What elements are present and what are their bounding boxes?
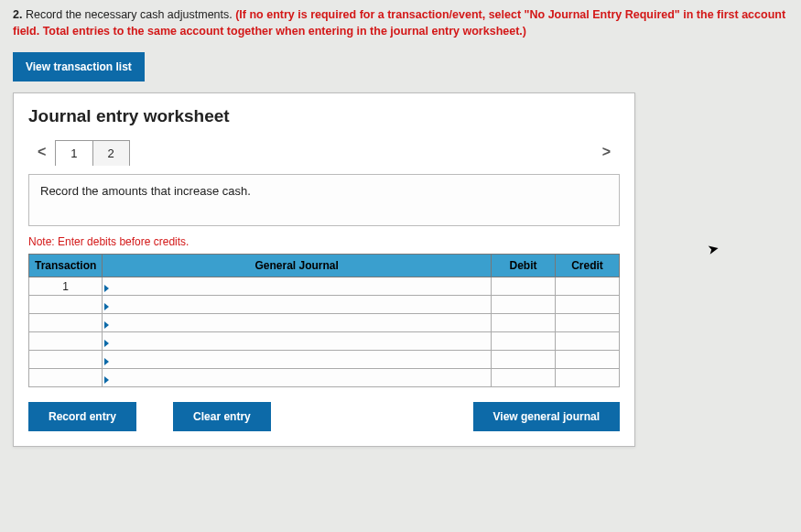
view-transaction-list-button[interactable]: View transaction list (13, 52, 145, 81)
table-row (29, 296, 620, 314)
credit-cell[interactable] (556, 351, 620, 369)
action-button-row: Record entry Clear entry View general jo… (28, 402, 620, 431)
table-row (29, 369, 620, 387)
account-cell[interactable] (103, 296, 492, 314)
debit-cell[interactable] (492, 332, 556, 351)
dropdown-handle-icon (104, 285, 109, 292)
journal-entry-worksheet-panel: Journal entry worksheet < 1 2 > Record t… (13, 92, 635, 447)
header-transaction: Transaction (29, 255, 103, 277)
cursor-icon: ➤ (706, 240, 720, 258)
credit-cell[interactable] (556, 332, 620, 351)
dropdown-handle-icon (104, 303, 109, 310)
table-row: 1 (29, 277, 620, 296)
credit-cell[interactable] (556, 369, 620, 387)
account-cell[interactable] (103, 332, 492, 351)
account-cell[interactable] (103, 314, 492, 332)
record-entry-button[interactable]: Record entry (28, 402, 136, 431)
dropdown-handle-icon (104, 340, 109, 347)
account-cell[interactable] (103, 351, 492, 369)
dropdown-handle-icon (104, 321, 109, 329)
debit-cell[interactable] (492, 314, 556, 332)
instruction-text: Record the amounts that increase cash. (40, 184, 251, 198)
table-row (29, 351, 620, 369)
transaction-cell: 1 (29, 277, 103, 296)
account-cell[interactable] (103, 369, 492, 387)
dropdown-handle-icon (104, 358, 109, 365)
transaction-cell (29, 296, 103, 314)
view-general-journal-button[interactable]: View general journal (473, 402, 620, 431)
tab-1[interactable]: 1 (55, 140, 92, 166)
transaction-cell (29, 314, 103, 332)
instruction-box: Record the amounts that increase cash. (28, 174, 620, 226)
dropdown-handle-icon (104, 376, 109, 384)
credit-cell[interactable] (556, 296, 620, 314)
debit-cell[interactable] (492, 277, 556, 296)
header-general-journal: General Journal (103, 255, 492, 277)
header-credit: Credit (556, 255, 620, 277)
question-number: 2. (13, 8, 22, 21)
transaction-cell (29, 369, 103, 387)
tab-pager: < 1 2 > (28, 139, 620, 165)
next-tab-chevron[interactable]: > (593, 144, 620, 160)
credit-cell[interactable] (556, 277, 620, 296)
tab-2[interactable]: 2 (93, 140, 130, 166)
credit-cell[interactable] (556, 314, 620, 332)
question-text: Record the necessary cash adjustments. (26, 8, 235, 21)
transaction-cell (29, 332, 103, 351)
table-row (29, 332, 620, 351)
prev-tab-chevron[interactable]: < (28, 144, 55, 160)
clear-entry-button[interactable]: Clear entry (173, 402, 271, 431)
debit-cell[interactable] (492, 369, 556, 387)
transaction-cell (29, 351, 103, 369)
debit-cell[interactable] (492, 351, 556, 369)
header-debit: Debit (492, 255, 556, 277)
worksheet-title: Journal entry worksheet (28, 106, 620, 126)
account-cell[interactable] (103, 277, 492, 296)
debits-before-credits-note: Note: Enter debits before credits. (28, 235, 620, 248)
table-row (29, 314, 620, 332)
debit-cell[interactable] (492, 296, 556, 314)
question-prompt: 2. Record the necessary cash adjustments… (13, 7, 788, 39)
journal-entry-table: Transaction General Journal Debit Credit… (28, 254, 620, 387)
